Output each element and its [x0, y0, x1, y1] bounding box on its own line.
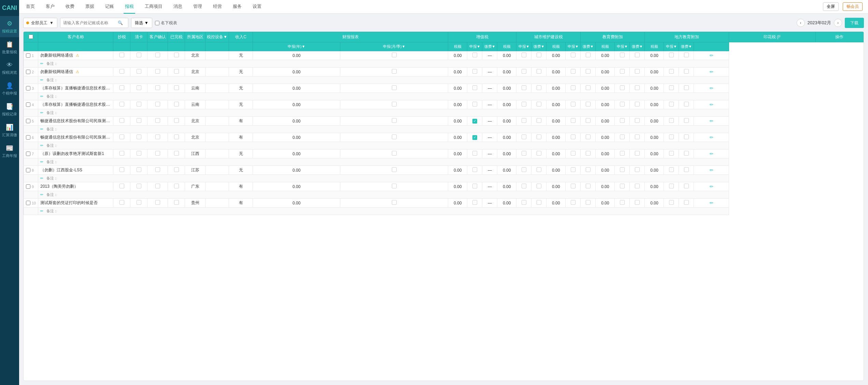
urban-declare-checkbox[interactable]	[522, 118, 526, 123]
edu-declare-checkbox[interactable]	[571, 184, 575, 188]
nav-operation[interactable]: 经营	[212, 0, 223, 14]
row-checkbox[interactable]	[26, 152, 30, 156]
vat-declare-unchecked[interactable]	[472, 69, 477, 74]
edu-pay-checkbox[interactable]	[586, 167, 590, 172]
urban-pay-checkbox[interactable]	[537, 69, 541, 74]
edu-pay-checkbox[interactable]	[586, 85, 590, 90]
stamp-pay-checkbox[interactable]	[684, 102, 689, 106]
declared-checkbox[interactable]	[174, 69, 179, 74]
local-declare-checkbox[interactable]	[620, 167, 625, 172]
urban-pay-checkbox[interactable]	[537, 134, 541, 139]
nav-ticket[interactable]: 票据	[84, 0, 96, 14]
local-pay-checkbox[interactable]	[635, 102, 640, 106]
stamp-pay-checkbox[interactable]	[684, 151, 689, 156]
urban-pay-checkbox[interactable]	[537, 85, 541, 90]
edu-declare-checkbox[interactable]	[571, 85, 575, 90]
urban-pay-checkbox[interactable]	[537, 118, 541, 123]
urban-declare-checkbox[interactable]	[522, 167, 526, 172]
filter-button[interactable]: 筛选 ▼	[131, 18, 152, 28]
sidebar-item-batch-tax[interactable]: 📋 批量报税	[0, 37, 19, 58]
note-edit-icon[interactable]: ✏	[40, 176, 43, 180]
urban-pay-checkbox[interactable]	[537, 167, 541, 172]
copy-tax-checkbox[interactable]	[119, 53, 124, 57]
confirm-checkbox[interactable]	[155, 85, 160, 90]
edu-declare-checkbox[interactable]	[571, 102, 575, 106]
annual-checkbox[interactable]	[392, 167, 397, 172]
stamp-declare-checkbox[interactable]	[669, 151, 674, 156]
edu-pay-checkbox[interactable]	[586, 53, 590, 57]
edu-declare-checkbox[interactable]	[571, 118, 575, 123]
edu-declare-checkbox[interactable]	[571, 134, 575, 139]
clear-card-checkbox[interactable]	[137, 134, 141, 139]
annual-checkbox[interactable]	[392, 53, 397, 57]
edit-icon[interactable]: ✏	[710, 69, 713, 74]
local-declare-checkbox[interactable]	[620, 134, 625, 139]
local-pay-checkbox[interactable]	[635, 151, 640, 156]
note-edit-icon[interactable]: ✏	[40, 111, 43, 115]
urban-declare-checkbox[interactable]	[522, 151, 526, 156]
nav-tax[interactable]: 报税	[124, 0, 135, 14]
copy-tax-checkbox[interactable]	[119, 85, 124, 90]
stamp-declare-checkbox[interactable]	[669, 167, 674, 172]
copy-tax-checkbox[interactable]	[119, 102, 124, 106]
urban-declare-checkbox[interactable]	[522, 200, 526, 205]
stamp-pay-checkbox[interactable]	[684, 118, 689, 123]
row-checkbox[interactable]	[26, 119, 30, 123]
urban-declare-checkbox[interactable]	[522, 134, 526, 139]
edit-icon[interactable]: ✏	[710, 168, 713, 173]
nav-accounting[interactable]: 记账	[104, 0, 115, 14]
local-pay-checkbox[interactable]	[635, 184, 640, 188]
confirm-checkbox[interactable]	[155, 102, 160, 106]
clear-card-checkbox[interactable]	[137, 102, 141, 106]
edit-icon[interactable]: ✏	[710, 102, 713, 107]
row-checkbox[interactable]	[26, 102, 30, 107]
vat-declare-unchecked[interactable]	[472, 184, 477, 188]
vat-declare-checked[interactable]: ✓	[472, 135, 477, 140]
edu-declare-checkbox[interactable]	[571, 200, 575, 205]
local-declare-checkbox[interactable]	[620, 69, 625, 74]
nav-fee[interactable]: 收费	[64, 0, 76, 14]
urban-pay-checkbox[interactable]	[537, 151, 541, 156]
download-button[interactable]: 下载	[845, 18, 864, 28]
stamp-declare-checkbox[interactable]	[669, 200, 674, 205]
nav-business[interactable]: 工商项目	[143, 0, 164, 14]
local-pay-checkbox[interactable]	[635, 134, 640, 139]
stamp-pay-checkbox[interactable]	[684, 200, 689, 205]
confirm-checkbox[interactable]	[155, 69, 160, 74]
urban-pay-checkbox[interactable]	[537, 184, 541, 188]
employee-select[interactable]: 全部员工 ▼	[23, 18, 57, 28]
note-edit-icon[interactable]: ✏	[40, 192, 43, 197]
urban-pay-checkbox[interactable]	[537, 200, 541, 205]
fullscreen-button[interactable]: 全屏	[823, 2, 839, 11]
local-declare-checkbox[interactable]	[620, 102, 625, 106]
vat-declare-unchecked[interactable]	[472, 167, 477, 172]
clear-card-checkbox[interactable]	[137, 184, 141, 188]
local-declare-checkbox[interactable]	[620, 200, 625, 205]
declared-checkbox[interactable]	[174, 53, 179, 57]
nav-service[interactable]: 服务	[231, 0, 243, 14]
sidebar-item-tax-settings[interactable]: ⚙ 报税设置	[0, 16, 19, 37]
edit-icon[interactable]: ✏	[710, 151, 713, 156]
vat-declare-unchecked[interactable]	[472, 53, 477, 57]
copy-tax-checkbox[interactable]	[119, 118, 124, 123]
nav-manage[interactable]: 管理	[192, 0, 203, 14]
note-edit-icon[interactable]: ✏	[40, 143, 43, 147]
stamp-pay-checkbox[interactable]	[684, 69, 689, 74]
select-all-checkbox[interactable]	[29, 34, 33, 39]
local-pay-checkbox[interactable]	[635, 85, 640, 90]
annual-checkbox[interactable]	[392, 85, 397, 90]
clear-card-checkbox[interactable]	[137, 200, 141, 205]
stamp-declare-checkbox[interactable]	[669, 85, 674, 90]
urban-pay-checkbox[interactable]	[537, 53, 541, 57]
local-declare-checkbox[interactable]	[620, 85, 625, 90]
vat-declare-unchecked[interactable]	[472, 102, 477, 106]
declared-checkbox[interactable]	[174, 151, 179, 156]
declared-checkbox[interactable]	[174, 167, 179, 172]
edu-declare-checkbox[interactable]	[571, 69, 575, 74]
edu-pay-checkbox[interactable]	[586, 69, 590, 74]
annual-checkbox[interactable]	[392, 118, 397, 123]
edu-pay-checkbox[interactable]	[586, 184, 590, 188]
local-pay-checkbox[interactable]	[635, 118, 640, 123]
annual-checkbox[interactable]	[392, 69, 397, 74]
copy-tax-checkbox[interactable]	[119, 134, 124, 139]
